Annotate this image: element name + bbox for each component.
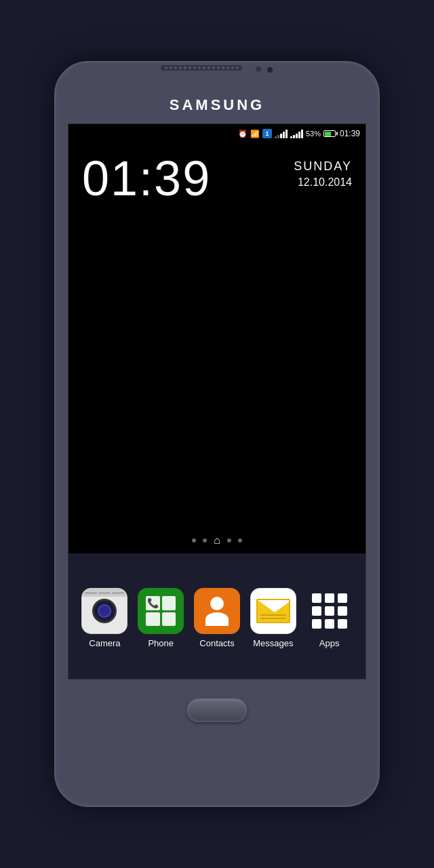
signal-bars-1 <box>275 130 288 138</box>
signal-bars-2 <box>290 130 303 138</box>
top-bezel: SAMSUNG <box>56 62 378 123</box>
person-head <box>210 597 224 610</box>
apps-dot <box>338 593 347 603</box>
home-button[interactable] <box>186 698 248 722</box>
battery-icon <box>323 130 336 137</box>
brand-name: SAMSUNG <box>170 96 264 114</box>
date-text: 12.10.2014 <box>294 176 352 189</box>
status-bar: ⏰ 📶 1 <box>68 124 366 143</box>
status-icons: ⏰ 📶 1 <box>238 129 360 138</box>
dock-item-camera[interactable]: Camera <box>81 588 127 648</box>
envelope-icon <box>256 599 290 623</box>
camera-stripe <box>82 589 127 597</box>
date-area: SUNDAY 12.10.2014 <box>294 154 352 189</box>
page-dot-4 <box>238 538 242 542</box>
envelope-flap <box>258 600 290 612</box>
dock-item-contacts[interactable]: Contacts <box>194 588 240 648</box>
grid-cell <box>146 612 160 627</box>
apps-dot <box>312 593 321 603</box>
apps-app-icon <box>307 588 353 634</box>
messages-label: Messages <box>253 638 293 648</box>
phone-screen: ⏰ 📶 1 <box>68 123 366 679</box>
page-dot-1 <box>192 538 196 542</box>
dock-item-messages[interactable]: Messages <box>250 588 296 648</box>
page-dot-2 <box>203 538 207 542</box>
alarm-icon: ⏰ <box>238 130 248 138</box>
contacts-person-icon <box>205 597 229 626</box>
dock-item-apps[interactable]: Apps <box>307 588 353 648</box>
grid-cell: 📞 <box>146 596 160 610</box>
phone-app-icon: 📞 <box>138 588 184 634</box>
battery-fill <box>325 132 331 136</box>
sensor <box>256 66 261 72</box>
phone-grid: 📞 <box>146 596 176 626</box>
battery-percent: 53% <box>306 130 321 138</box>
home-indicator-icon: ⌂ <box>214 534 220 547</box>
dock-item-phone[interactable]: 📞 Phone <box>138 588 184 648</box>
apps-dot <box>325 619 334 629</box>
apps-dot <box>325 593 334 603</box>
messages-app-icon <box>250 588 296 634</box>
envelope-line <box>260 614 286 616</box>
phone-handset-icon: 📞 <box>147 597 159 608</box>
camera-label: Camera <box>89 638 120 648</box>
main-clock: 01:39 <box>82 154 211 203</box>
status-time: 01:39 <box>340 129 360 138</box>
envelope-line <box>260 618 286 619</box>
apps-dot <box>338 619 347 629</box>
wifi-icon: 📶 <box>250 130 260 138</box>
dock: Camera 📞 Phone <box>68 553 366 679</box>
apps-dot <box>325 606 334 616</box>
apps-label: Apps <box>319 638 340 648</box>
speaker-grille <box>161 65 242 71</box>
grid-cell <box>162 612 176 627</box>
camera-lens-inner <box>98 604 111 618</box>
sim-badge: 1 <box>262 129 272 138</box>
page-indicators: ⌂ <box>68 534 366 547</box>
contacts-app-icon <box>194 588 240 634</box>
phone-device: SAMSUNG ⏰ 📶 1 <box>54 61 380 807</box>
apps-dot <box>312 619 321 629</box>
day-name: SUNDAY <box>294 159 352 174</box>
apps-grid <box>312 593 347 629</box>
person-body <box>205 612 229 626</box>
camera-lens <box>92 599 117 623</box>
bottom-bezel <box>56 679 378 741</box>
envelope-lines <box>260 614 286 619</box>
page-dot-3 <box>227 538 231 542</box>
clock-area: 01:39 SUNDAY 12.10.2014 <box>68 143 366 203</box>
phone-label: Phone <box>148 638 174 648</box>
grid-cell <box>162 596 176 610</box>
envelope-body <box>256 599 290 623</box>
contacts-label: Contacts <box>199 638 234 648</box>
front-camera <box>267 66 273 73</box>
camera-app-icon <box>81 588 127 634</box>
apps-dot <box>312 606 321 616</box>
apps-dot <box>338 606 347 616</box>
